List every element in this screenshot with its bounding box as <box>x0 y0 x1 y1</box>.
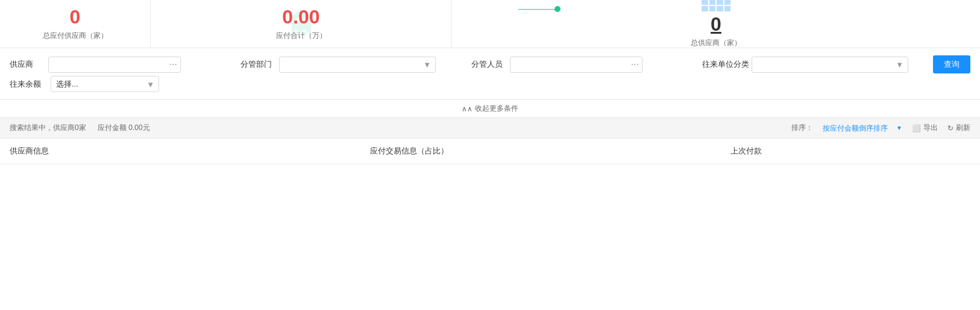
collapse-up-icon: ∧∧ <box>462 105 473 113</box>
unit-class-select-wrap: ▼ <box>752 57 908 73</box>
vendor-filter-segment: 供应商 ··· <box>10 57 238 73</box>
amount-label: 往来余额 <box>10 79 46 90</box>
dept-select[interactable] <box>279 57 436 73</box>
result-bar: 搜索结果中，供应商0家 应付金额 0.00元 排序： 按应付会额倒序排序 ▼ ⬜… <box>0 118 980 138</box>
person-label: 分管人员 <box>471 59 507 70</box>
total-vendors-label: 总供应商（家） <box>691 38 741 48</box>
payable-total-label: 应付合计（万） <box>276 31 327 41</box>
total-payable-vendors-stat: 0 总应付供应商（家） <box>0 0 151 48</box>
unit-class-label: 往来单位分类 <box>702 59 749 70</box>
refresh-button[interactable]: ↻ 刷新 <box>947 123 970 133</box>
table-col-last-payment: 上次付款 <box>730 146 971 157</box>
amount-select-wrap: 选择... ▼ <box>51 76 159 92</box>
result-actions: 排序： 按应付会额倒序排序 ▼ ⬜ 导出 ↻ 刷新 <box>791 123 970 133</box>
refresh-icon: ↻ <box>947 124 953 132</box>
payable-total-number: 0.00 <box>282 7 319 28</box>
result-text: 搜索结果中，供应商0家 <box>10 123 86 132</box>
filter-main-row: 供应商 ··· 分管部门 ▼ 分管人员 ··· <box>10 55 970 73</box>
collapse-bar: ∧∧ 收起更多条件 <box>0 100 980 118</box>
filter-area: 供应商 ··· 分管部门 ▼ 分管人员 ··· <box>0 48 980 100</box>
table-header: 供应商信息 应付交易信息（占比） 上次付款 <box>0 138 980 164</box>
sort-arrow-icon: ▼ <box>896 125 902 131</box>
person-input[interactable] <box>510 57 642 73</box>
result-amount: 应付金额 0.00元 <box>98 123 150 132</box>
collapse-label: 收起更多条件 <box>475 104 518 114</box>
collapse-button[interactable]: ∧∧ 收起更多条件 <box>462 104 518 114</box>
amount-select[interactable]: 选择... <box>51 76 159 92</box>
vendor-dots-icon[interactable]: ··· <box>169 59 177 70</box>
grid-icon <box>702 0 730 11</box>
sort-label: 排序： <box>791 123 813 133</box>
unit-class-filter-segment: 往来单位分类 ▼ <box>702 57 931 73</box>
dept-select-wrap: ▼ <box>279 57 436 73</box>
dept-label: 分管部门 <box>240 59 277 70</box>
vendor-input-wrap: ··· <box>48 57 181 73</box>
person-dots-icon[interactable]: ··· <box>631 59 639 70</box>
table-col-vendor-info: 供应商信息 <box>10 146 370 157</box>
vendor-label: 供应商 <box>10 59 46 70</box>
sort-select[interactable]: 按应付会额倒序排序 <box>823 124 896 132</box>
total-payable-vendors-label: 总应付供应商（家） <box>43 31 108 41</box>
export-button[interactable]: ⬜ 导出 <box>912 123 938 133</box>
export-label: 导出 <box>923 123 938 133</box>
table-col-transaction-info: 应付交易信息（占比） <box>370 146 730 157</box>
person-input-wrap: ··· <box>510 57 642 73</box>
stats-bar: 0 总应付供应商（家） 0.00 应付合计（万） 快速录单的快捷键说明在这里 × <box>0 0 980 48</box>
person-filter-segment: 分管人员 ··· <box>471 57 700 73</box>
vendor-input[interactable] <box>48 57 181 73</box>
dept-filter-segment: 分管部门 ▼ <box>240 57 469 73</box>
query-button[interactable]: 查询 <box>933 55 970 73</box>
sub-filter-row: 往来余额 选择... ▼ <box>10 76 970 92</box>
payable-total-stat: 0.00 应付合计（万） <box>151 0 452 48</box>
total-payable-vendors-number: 0 <box>70 7 81 28</box>
export-icon: ⬜ <box>912 124 921 132</box>
result-summary: 搜索结果中，供应商0家 应付金额 0.00元 <box>10 123 150 133</box>
sort-select-wrap: 按应付会额倒序排序 ▼ <box>823 124 902 132</box>
unit-class-select[interactable] <box>752 57 908 73</box>
table-body <box>0 164 980 285</box>
refresh-label: 刷新 <box>956 123 970 133</box>
total-vendors-number: 0 <box>711 14 721 35</box>
